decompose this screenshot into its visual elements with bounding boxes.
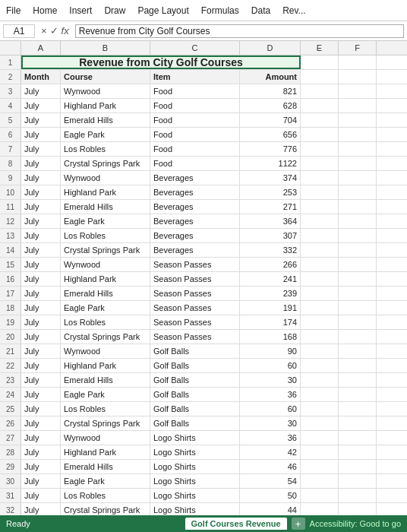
cell-amount-27[interactable]: 54	[240, 474, 301, 488]
cell-e-4[interactable]	[301, 142, 339, 156]
cell-course-8[interactable]: Emerald Hills	[61, 200, 150, 214]
cell-month-13[interactable]: July	[21, 272, 61, 286]
cell-item-13[interactable]: Season Passes	[150, 272, 240, 286]
cell-course-7[interactable]: Highland Park	[61, 185, 150, 199]
cell-amount-21[interactable]: 36	[240, 388, 301, 401]
cell-course-2[interactable]: Emerald Hills	[61, 113, 150, 127]
cell-e-25[interactable]	[301, 445, 339, 459]
cell-f-0[interactable]	[339, 84, 377, 98]
cell-item-24[interactable]: Logo Shirts	[150, 431, 240, 445]
cell-e-28[interactable]	[301, 489, 339, 502]
menu-page-layout[interactable]: Page Layout	[137, 5, 188, 16]
cell-e-22[interactable]	[301, 402, 339, 416]
cell-amount-8[interactable]: 271	[240, 200, 301, 214]
cell-amount-18[interactable]: 90	[240, 344, 301, 358]
cell-month-21[interactable]: July	[21, 388, 61, 401]
cell-month-17[interactable]: July	[21, 330, 61, 344]
cell-f-12[interactable]	[339, 258, 377, 271]
cell-f-19[interactable]	[339, 359, 377, 372]
cell-item-4[interactable]: Food	[150, 142, 240, 156]
cell-course-23[interactable]: Crystal Springs Park	[61, 416, 150, 430]
cell-amount-4[interactable]: 776	[240, 142, 301, 156]
cell-month-6[interactable]: July	[21, 171, 61, 185]
cell-amount-26[interactable]: 46	[240, 460, 301, 473]
cell-month-25[interactable]: July	[21, 445, 61, 459]
cell-f-21[interactable]	[339, 388, 377, 401]
cell-item-22[interactable]: Golf Balls	[150, 402, 240, 416]
cell-item-5[interactable]: Food	[150, 157, 240, 170]
cell-course-27[interactable]: Eagle Park	[61, 474, 150, 488]
cell-f-6[interactable]	[339, 171, 377, 185]
cell-e-3[interactable]	[301, 128, 339, 141]
menu-draw[interactable]: Draw	[104, 5, 125, 16]
cell-item-3[interactable]: Food	[150, 128, 240, 141]
cell-f1[interactable]	[339, 55, 377, 69]
cell-item-21[interactable]: Golf Balls	[150, 388, 240, 401]
cell-f-27[interactable]	[339, 474, 377, 488]
menu-insert[interactable]: Insert	[69, 5, 92, 16]
cell-item-11[interactable]: Beverages	[150, 243, 240, 257]
cell-month-19[interactable]: July	[21, 359, 61, 372]
cell-item-20[interactable]: Golf Balls	[150, 373, 240, 387]
cell-item-9[interactable]: Beverages	[150, 214, 240, 228]
cell-e1[interactable]	[301, 55, 339, 69]
cell-course-18[interactable]: Wynwood	[61, 344, 150, 358]
cell-e-20[interactable]	[301, 373, 339, 387]
cell-item-0[interactable]: Food	[150, 84, 240, 98]
cell-e-9[interactable]	[301, 214, 339, 228]
cell-amount-17[interactable]: 168	[240, 330, 301, 344]
cell-f-7[interactable]	[339, 185, 377, 199]
cell-f-10[interactable]	[339, 229, 377, 242]
header-e[interactable]	[301, 70, 339, 84]
cell-course-11[interactable]: Crystal Springs Park	[61, 243, 150, 257]
col-header-e[interactable]: E	[301, 41, 339, 55]
cell-e-7[interactable]	[301, 185, 339, 199]
cell-item-16[interactable]: Season Passes	[150, 315, 240, 329]
cell-month-14[interactable]: July	[21, 287, 61, 300]
cell-course-12[interactable]: Wynwood	[61, 258, 150, 271]
cell-item-26[interactable]: Logo Shirts	[150, 460, 240, 473]
cell-month-22[interactable]: July	[21, 402, 61, 416]
cell-e-27[interactable]	[301, 474, 339, 488]
cell-course-13[interactable]: Highland Park	[61, 272, 150, 286]
cell-f-14[interactable]	[339, 287, 377, 300]
cell-e-19[interactable]	[301, 359, 339, 372]
cell-month-8[interactable]: July	[21, 200, 61, 214]
cell-e-8[interactable]	[301, 200, 339, 214]
cell-amount-3[interactable]: 656	[240, 128, 301, 141]
cell-month-2[interactable]: July	[21, 113, 61, 127]
cell-month-16[interactable]: July	[21, 315, 61, 329]
cell-month-12[interactable]: July	[21, 258, 61, 271]
cell-f-22[interactable]	[339, 402, 377, 416]
cell-amount-0[interactable]: 821	[240, 84, 301, 98]
cell-f-8[interactable]	[339, 200, 377, 214]
cell-e-11[interactable]	[301, 243, 339, 257]
cell-item-15[interactable]: Season Passes	[150, 301, 240, 315]
cell-month-15[interactable]: July	[21, 301, 61, 315]
cell-course-15[interactable]: Eagle Park	[61, 301, 150, 315]
cell-month-0[interactable]: July	[21, 84, 61, 98]
cell-month-27[interactable]: July	[21, 474, 61, 488]
cell-amount-2[interactable]: 704	[240, 113, 301, 127]
cell-month-11[interactable]: July	[21, 243, 61, 257]
cell-f-1[interactable]	[339, 99, 377, 112]
cell-e-6[interactable]	[301, 171, 339, 185]
cell-f-23[interactable]	[339, 416, 377, 430]
cell-course-14[interactable]: Emerald Hills	[61, 287, 150, 300]
sheet-tab[interactable]: Golf Courses Revenue	[185, 518, 287, 530]
cell-f-26[interactable]	[339, 460, 377, 473]
cell-f-13[interactable]	[339, 272, 377, 286]
cell-e-10[interactable]	[301, 229, 339, 242]
col-header-a[interactable]: A	[21, 41, 61, 55]
cell-course-26[interactable]: Emerald Hills	[61, 460, 150, 473]
cell-e-14[interactable]	[301, 287, 339, 300]
cell-f-15[interactable]	[339, 301, 377, 315]
cell-course-17[interactable]: Crystal Springs Park	[61, 330, 150, 344]
menu-formulas[interactable]: Formulas	[201, 5, 239, 16]
cell-e-0[interactable]	[301, 84, 339, 98]
cell-course-9[interactable]: Eagle Park	[61, 214, 150, 228]
cell-f-3[interactable]	[339, 128, 377, 141]
header-item[interactable]: Item	[150, 70, 240, 84]
cell-e-13[interactable]	[301, 272, 339, 286]
cell-f-17[interactable]	[339, 330, 377, 344]
